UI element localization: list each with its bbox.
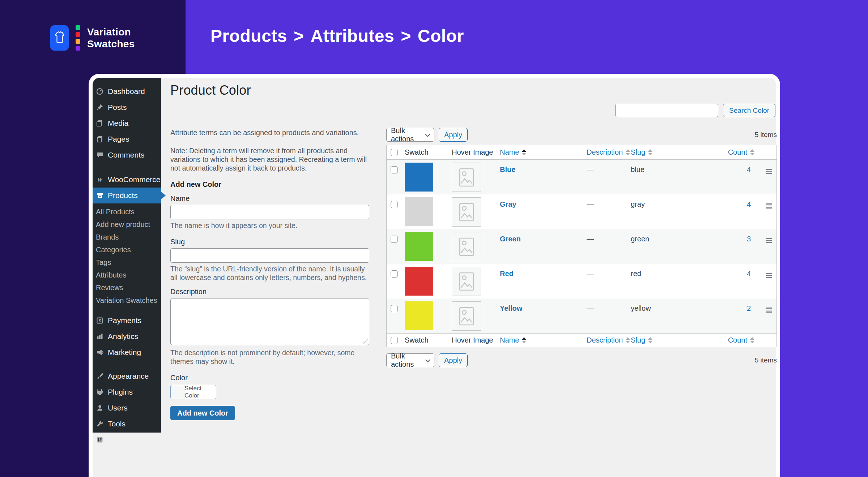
- submenu-reviews[interactable]: Reviews: [93, 282, 161, 294]
- footer-slug[interactable]: Slug: [629, 336, 730, 344]
- row-menu-icon[interactable]: [766, 202, 772, 229]
- color-preview: [171, 385, 184, 399]
- term-description: —: [584, 264, 629, 298]
- sidebar-item-analytics[interactable]: Analytics: [93, 328, 161, 344]
- breadcrumb-separator: >: [401, 26, 411, 46]
- brand-color-squares: [76, 25, 80, 51]
- term-name-link[interactable]: Blue: [500, 166, 515, 173]
- resize-handle[interactable]: [363, 339, 368, 344]
- term-name-link[interactable]: Gray: [500, 200, 516, 208]
- footer-count[interactable]: Count: [730, 336, 760, 344]
- add-new-color-button[interactable]: Add new Color: [170, 406, 235, 420]
- submenu-tags[interactable]: Tags: [93, 256, 161, 269]
- term-description: —: [584, 229, 629, 264]
- sidebar-item-payments[interactable]: $ Payments: [93, 313, 161, 328]
- slug-help: The “slug” is the URL-friendly version o…: [170, 265, 369, 282]
- term-name-link[interactable]: Red: [500, 270, 514, 278]
- sidebar-item-media[interactable]: Media: [93, 115, 161, 131]
- table-row: Red — red 4: [387, 264, 776, 298]
- header-slug[interactable]: Slug: [629, 148, 730, 156]
- row-menu-icon[interactable]: [766, 306, 772, 333]
- sidebar-item-marketing[interactable]: Marketing: [93, 344, 161, 360]
- breadcrumb: Products > Attributes > Color: [210, 26, 464, 46]
- user-icon: [95, 404, 104, 412]
- sidebar-item-users[interactable]: Users: [93, 400, 161, 416]
- note-text: Note: Deleting a term will remove it fro…: [170, 146, 369, 172]
- bulk-actions-top: Bulk actions Apply 5 items: [386, 128, 777, 142]
- items-count: 5 items: [755, 131, 777, 139]
- row-checkbox[interactable]: [391, 305, 398, 312]
- footer-swatch: Swatch: [403, 336, 450, 344]
- submenu-categories[interactable]: Categories: [93, 244, 161, 256]
- apply-button[interactable]: Apply: [439, 128, 468, 142]
- header-name[interactable]: Name: [498, 148, 584, 156]
- sidebar-item-plugins[interactable]: Plugins: [93, 384, 161, 400]
- slug-label: Slug: [170, 238, 369, 246]
- products-submenu: All Products Add new product Brands Cate…: [93, 203, 161, 308]
- header-description[interactable]: Description: [584, 148, 629, 156]
- description-field[interactable]: [170, 298, 369, 345]
- term-description: —: [584, 298, 629, 333]
- term-count-link[interactable]: 3: [747, 235, 751, 243]
- select-all-checkbox[interactable]: [391, 149, 398, 156]
- sidebar-item-tools[interactable]: Tools: [93, 416, 161, 432]
- breadcrumb-attributes: Attributes: [311, 26, 395, 46]
- term-count-link[interactable]: 4: [747, 200, 751, 208]
- sidebar-item-settings[interactable]: Settings: [93, 432, 161, 448]
- sidebar-gap: [93, 360, 161, 368]
- dashboard-icon: [95, 87, 104, 96]
- sidebar-item-products[interactable]: Products: [93, 188, 161, 203]
- term-name-link[interactable]: Yellow: [500, 304, 522, 312]
- sidebar-gap: [93, 308, 161, 313]
- sidebar-item-comments[interactable]: Comments: [93, 147, 161, 163]
- sidebar-item-dashboard[interactable]: Dashboard: [93, 83, 161, 99]
- chevron-down-icon: [425, 356, 430, 365]
- row-checkbox[interactable]: [391, 270, 398, 278]
- row-checkbox[interactable]: [391, 201, 398, 208]
- submenu-all-products[interactable]: All Products: [93, 206, 161, 218]
- search-input[interactable]: [615, 104, 718, 117]
- select-all-checkbox[interactable]: [391, 337, 398, 344]
- submenu-attributes[interactable]: Attributes: [93, 269, 161, 282]
- select-color-button[interactable]: Select Color: [170, 385, 216, 399]
- wrench-icon: [95, 420, 104, 428]
- name-field[interactable]: [170, 205, 369, 219]
- svg-text:W: W: [97, 177, 103, 183]
- pages-icon: [95, 135, 104, 143]
- apply-button[interactable]: Apply: [439, 353, 468, 367]
- row-checkbox[interactable]: [391, 166, 398, 173]
- row-checkbox[interactable]: [391, 236, 398, 243]
- term-count-link[interactable]: 2: [747, 304, 751, 312]
- footer-description[interactable]: Description: [584, 336, 629, 344]
- table-header: Swatch Hover Image Name Description Slug…: [387, 145, 776, 160]
- sidebar-item-woocommerce[interactable]: W WooCommerce: [93, 172, 161, 188]
- plug-icon: [95, 388, 104, 396]
- slug-field[interactable]: [170, 248, 369, 263]
- bulk-actions-select[interactable]: Bulk actions: [386, 353, 434, 367]
- red-square: [76, 32, 80, 37]
- bulk-actions-select[interactable]: Bulk actions: [386, 128, 434, 142]
- submenu-add-new-product[interactable]: Add new product: [93, 218, 161, 231]
- breadcrumb-separator: >: [294, 26, 304, 46]
- term-description: —: [584, 194, 629, 229]
- purple-square: [76, 46, 80, 51]
- term-count-link[interactable]: 4: [747, 270, 751, 278]
- intro-text: Attribute terms can be assigned to produ…: [170, 128, 369, 138]
- row-menu-icon[interactable]: [766, 272, 772, 298]
- sidebar-item-posts[interactable]: Posts: [93, 99, 161, 115]
- sidebar-gap: [93, 163, 161, 172]
- search-color-button[interactable]: Search Color: [723, 104, 775, 117]
- footer-name[interactable]: Name: [498, 336, 584, 344]
- header-count[interactable]: Count: [730, 148, 760, 156]
- hover-image-placeholder: [452, 232, 481, 261]
- admin-content: Product Color Search Color Attribute ter…: [161, 78, 776, 477]
- submenu-variation-swatches[interactable]: Variation Swatches: [93, 294, 161, 307]
- term-name-link[interactable]: Green: [500, 235, 521, 243]
- term-count-link[interactable]: 4: [747, 166, 751, 173]
- row-menu-icon[interactable]: [766, 168, 772, 194]
- row-menu-icon[interactable]: [766, 237, 772, 264]
- sidebar-item-pages[interactable]: Pages: [93, 131, 161, 147]
- color-swatch: [405, 197, 433, 226]
- submenu-brands[interactable]: Brands: [93, 231, 161, 244]
- sidebar-item-appearance[interactable]: Appearance: [93, 368, 161, 384]
